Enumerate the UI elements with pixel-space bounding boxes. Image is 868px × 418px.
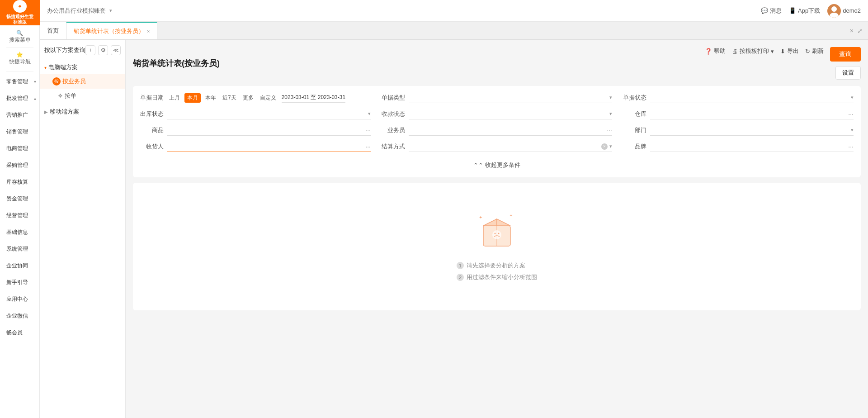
app-logo[interactable]: 畅捷通好生意 标准版: [0, 0, 40, 25]
sidebar-item-retail[interactable]: 零售管理 ▾: [0, 73, 40, 90]
refresh-label: 刷新: [812, 47, 824, 55]
sidebar-item-operation[interactable]: 经营管理: [0, 207, 40, 224]
goods-input[interactable]: ···: [167, 125, 371, 136]
collapse-panel-icon[interactable]: ≪: [111, 45, 121, 55]
mobile-scheme-group-title[interactable]: ▶ 移动端方案: [40, 105, 125, 119]
app-download-label: App下载: [798, 7, 820, 15]
settlement-field[interactable]: [409, 141, 599, 152]
scheme-item-salesperson[interactable]: 按 按业务员: [40, 74, 125, 89]
pc-scheme-group: ▾ 电脑端方案 按 按业务员 ❖ 按单: [40, 61, 125, 103]
brand-more-icon[interactable]: ···: [848, 143, 854, 150]
sidebar-item-inventory[interactable]: 库存核算: [0, 174, 40, 190]
doc-status-field[interactable]: [650, 92, 851, 103]
doc-type-field[interactable]: [409, 92, 609, 103]
app-download-nav-item[interactable]: 📱 App下载: [789, 7, 820, 15]
sidebar-item-marketing[interactable]: 营销推广: [0, 107, 40, 124]
date-shortcut-more[interactable]: 更多: [241, 93, 255, 103]
tab-home[interactable]: 首页: [40, 22, 66, 39]
sidebar-item-basic[interactable]: 基础信息: [0, 224, 40, 241]
date-range-input[interactable]: 2023-03-01 至 2023-03-31: [282, 93, 345, 103]
export-action[interactable]: ⬇ 导出: [780, 47, 799, 55]
salesperson-label: 业务员: [382, 126, 405, 134]
warehouse-input[interactable]: ···: [650, 109, 854, 119]
consignee-label: 收货人: [140, 142, 164, 151]
scheme-item-byorder[interactable]: ❖ 按单: [40, 89, 125, 103]
print-action[interactable]: 🖨 按模板打印 ▾: [732, 47, 774, 55]
department-input[interactable]: ▾: [650, 125, 854, 136]
breadcrumb-dropdown-icon[interactable]: ▾: [109, 8, 112, 14]
out-status-input[interactable]: ▾: [167, 109, 371, 119]
help-action[interactable]: ❓ 帮助: [705, 47, 726, 55]
msg-nav-item[interactable]: 💬 消息: [761, 7, 782, 15]
tab-active[interactable]: 销货单统计表（按业务员） ×: [66, 22, 157, 39]
doc-type-input[interactable]: ▾: [409, 92, 612, 103]
sidebar-item-enterprise[interactable]: 企业协同: [0, 257, 40, 274]
settlement-input[interactable]: × ▾: [409, 141, 612, 152]
settings-button[interactable]: 设置: [835, 66, 861, 80]
print-dropdown-icon[interactable]: ▾: [771, 48, 774, 55]
out-status-field[interactable]: [167, 109, 368, 119]
tab-home-label: 首页: [47, 27, 59, 35]
pc-scheme-group-title[interactable]: ▾ 电脑端方案: [40, 61, 125, 74]
query-button[interactable]: 查询: [830, 47, 861, 62]
date-shortcut-thisyear[interactable]: 本年: [203, 93, 218, 103]
date-shortcut-lastmonth[interactable]: 上月: [167, 93, 182, 103]
payment-status-dropdown-icon[interactable]: ▾: [609, 111, 612, 117]
svg-point-1: [831, 6, 837, 12]
add-scheme-icon[interactable]: +: [85, 45, 95, 55]
date-range-value: 2023-03-01 至 2023-03-31: [282, 94, 345, 101]
sidebar-item-finance[interactable]: 资金管理: [0, 190, 40, 207]
consignee-more-icon[interactable]: ···: [365, 143, 371, 150]
sidebar-item-system[interactable]: 系统管理: [0, 241, 40, 257]
filter-row-1: 单据日期 上月 本月 本年 近7天 更多 自定义 2023-03-01 至 20…: [140, 92, 854, 103]
user-nav-item[interactable]: demo2: [827, 4, 861, 18]
left-panel: 按以下方案查询 + ⚙ ≪ ▾ 电脑端方案 按 按业务员 ❖ 按: [40, 40, 126, 418]
sidebar-item-sales[interactable]: 销售管理: [0, 124, 40, 140]
divider2: [6, 71, 33, 71]
sidebar-item-newbie[interactable]: 新手引导: [0, 274, 40, 291]
out-status-dropdown-icon[interactable]: ▾: [368, 111, 371, 117]
doc-type-dropdown-icon[interactable]: ▾: [609, 95, 612, 100]
page-title: 销货单统计表(按业务员): [133, 58, 220, 69]
collapse-button[interactable]: ⌃⌃ 收起更多条件: [473, 161, 520, 169]
salesperson-more-icon[interactable]: ···: [607, 127, 612, 134]
filter-payment-status: 收款状态 ▾: [382, 109, 612, 119]
app-version: 标准版: [13, 19, 27, 25]
department-dropdown-icon[interactable]: ▾: [851, 127, 854, 133]
brand-input[interactable]: ···: [650, 141, 854, 152]
tab-close-icon[interactable]: ×: [147, 28, 150, 34]
sidebar-item-appcenter[interactable]: 应用中心: [0, 291, 40, 308]
doc-status-input[interactable]: ▾: [650, 92, 854, 103]
date-shortcut-thismonth[interactable]: 本月: [184, 93, 201, 103]
sidebar-quicknav[interactable]: ⭐ 快捷导航: [9, 50, 31, 69]
sidebar-search[interactable]: 🔍 搜索菜单: [9, 25, 31, 46]
payment-status-input[interactable]: ▾: [409, 109, 612, 119]
sidebar-item-member[interactable]: 畅会员: [0, 324, 40, 341]
goods-more-icon[interactable]: ···: [365, 127, 371, 134]
date-shortcut-custom[interactable]: 自定义: [258, 93, 278, 103]
maximize-icon[interactable]: ⤢: [857, 27, 863, 34]
payment-status-field[interactable]: [409, 109, 609, 119]
refresh-action[interactable]: ↻ 刷新: [805, 47, 824, 55]
brand-field[interactable]: [650, 141, 848, 152]
sidebar-item-wholesale[interactable]: 批发管理 ▴: [0, 90, 40, 107]
filter-settlement: 结算方式 × ▾: [382, 141, 612, 152]
sidebar-item-ecom[interactable]: 电商管理: [0, 140, 40, 157]
warehouse-field[interactable]: [650, 109, 848, 119]
settings-scheme-icon[interactable]: ⚙: [98, 45, 108, 55]
consignee-input[interactable]: ···: [167, 141, 371, 152]
salesperson-input[interactable]: ···: [409, 125, 612, 136]
date-shortcut-7days[interactable]: 近7天: [221, 93, 238, 103]
right-btns: 查询 设置: [830, 47, 861, 80]
settlement-clear-icon[interactable]: ×: [601, 143, 608, 150]
consignee-field[interactable]: [167, 141, 365, 152]
salesperson-field[interactable]: [409, 125, 607, 135]
settlement-dropdown-icon[interactable]: ▾: [609, 143, 612, 149]
warehouse-more-icon[interactable]: ···: [848, 110, 854, 118]
sidebar-item-purchase[interactable]: 采购管理: [0, 157, 40, 174]
doc-status-dropdown-icon[interactable]: ▾: [851, 95, 854, 100]
department-field[interactable]: [650, 125, 851, 135]
sidebar-item-corpwechat[interactable]: 企业微信: [0, 308, 40, 324]
close-window-icon[interactable]: ×: [850, 27, 854, 34]
goods-field[interactable]: [167, 125, 365, 135]
